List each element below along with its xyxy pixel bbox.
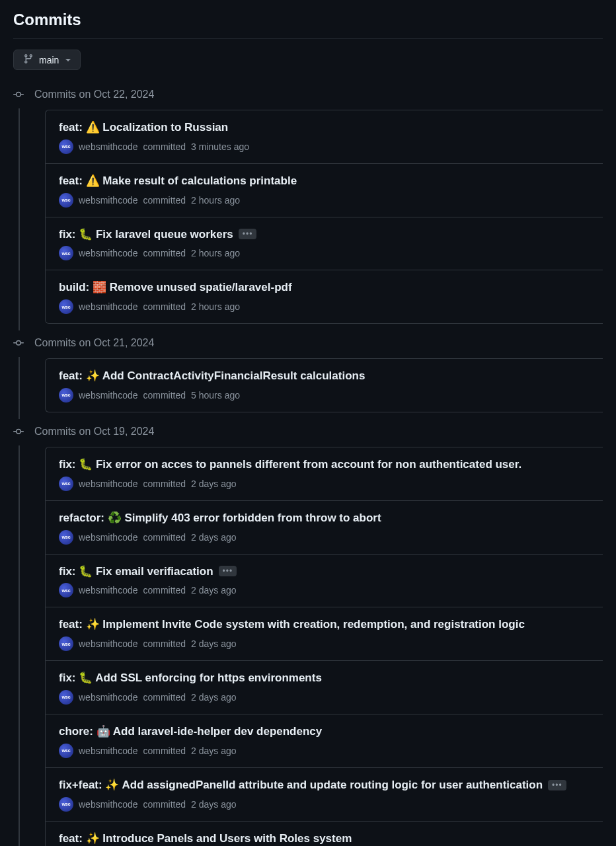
- commit-meta: wscwebsmithcodecommitted2 hours ago: [59, 193, 590, 208]
- author-link[interactable]: websmithcode: [79, 390, 138, 401]
- date-label: Commits on Oct 21, 2024: [34, 337, 154, 349]
- author-link[interactable]: websmithcode: [79, 248, 138, 258]
- commit-title-link[interactable]: feat: ✨ Add ContractActivityFinancialRes…: [59, 368, 365, 384]
- committed-text: committed: [143, 248, 186, 258]
- author-link[interactable]: websmithcode: [79, 799, 138, 810]
- author-avatar[interactable]: wsc: [59, 299, 73, 314]
- commit-title-link[interactable]: fix: 🐛 Add SSL enforcing for https envir…: [59, 670, 322, 686]
- commit-node-icon: [13, 89, 24, 100]
- commit-time: 5 hours ago: [191, 390, 240, 401]
- committed-text: committed: [143, 638, 186, 649]
- author-avatar[interactable]: wsc: [59, 744, 73, 758]
- author-avatar[interactable]: wsc: [59, 583, 73, 597]
- author-avatar[interactable]: wsc: [59, 388, 73, 403]
- commit-title-link[interactable]: fix: 🐛 Fix email verifiacation: [59, 564, 213, 580]
- committed-text: committed: [143, 479, 186, 489]
- commit-time: 2 days ago: [191, 585, 237, 596]
- page-title: Commits: [13, 0, 603, 39]
- commits-list: fix: 🐛 Fix error on acces to pannels dif…: [45, 447, 603, 846]
- branch-selector[interactable]: main: [13, 50, 81, 70]
- commit-node-icon: [13, 338, 24, 348]
- date-label: Commits on Oct 22, 2024: [34, 89, 154, 100]
- author-avatar[interactable]: wsc: [59, 246, 73, 260]
- commit-meta: wscwebsmithcodecommitted2 days ago: [59, 530, 590, 545]
- commits-timeline: Commits on Oct 22, 2024feat: ⚠️ Localiza…: [24, 86, 603, 846]
- committed-text: committed: [143, 195, 186, 206]
- author-link[interactable]: websmithcode: [79, 141, 138, 152]
- timeline-line: [19, 445, 20, 846]
- committed-text: committed: [143, 301, 186, 312]
- commit-node-icon: [13, 426, 24, 437]
- committed-text: committed: [143, 799, 186, 810]
- timeline-line: [19, 357, 20, 419]
- date-label: Commits on Oct 19, 2024: [34, 426, 154, 438]
- commit-meta: wscwebsmithcodecommitted2 days ago: [59, 797, 590, 812]
- commit-item: feat: ⚠️ Make result of calculations pri…: [46, 164, 603, 217]
- commit-title-link[interactable]: fix+feat: ✨ Add assignedPanelId attribut…: [59, 777, 543, 793]
- author-link[interactable]: websmithcode: [79, 585, 138, 596]
- author-avatar[interactable]: wsc: [59, 477, 73, 491]
- commit-time: 2 days ago: [191, 532, 237, 543]
- commit-title-link[interactable]: feat: ✨ Introduce Panels and Users with …: [59, 831, 352, 846]
- author-link[interactable]: websmithcode: [79, 532, 138, 543]
- author-avatar[interactable]: wsc: [59, 690, 73, 705]
- expand-message-button[interactable]: •••: [239, 229, 257, 239]
- date-header: Commits on Oct 22, 2024: [13, 86, 603, 103]
- commit-time: 2 days ago: [191, 638, 237, 649]
- commit-title-link[interactable]: feat: ✨ Implement Invite Code system wit…: [59, 617, 525, 633]
- author-avatar[interactable]: wsc: [59, 636, 73, 651]
- date-group: Commits on Oct 22, 2024feat: ⚠️ Localiza…: [24, 86, 603, 324]
- author-avatar[interactable]: wsc: [59, 193, 73, 208]
- commit-time: 3 minutes ago: [191, 141, 249, 152]
- author-link[interactable]: websmithcode: [79, 692, 138, 703]
- author-link[interactable]: websmithcode: [79, 479, 138, 489]
- commit-item: refactor: ♻️ Simplify 403 error forbidde…: [46, 501, 603, 555]
- commit-item: fix: 🐛 Fix error on acces to pannels dif…: [46, 447, 603, 501]
- commits-list: feat: ✨ Add ContractActivityFinancialRes…: [45, 358, 603, 412]
- commit-item: feat: ✨ Add ContractActivityFinancialRes…: [46, 359, 603, 412]
- author-avatar[interactable]: wsc: [59, 797, 73, 812]
- commit-title-link[interactable]: fix: 🐛 Fix error on acces to pannels dif…: [59, 457, 521, 473]
- author-link[interactable]: websmithcode: [79, 195, 138, 206]
- author-link[interactable]: websmithcode: [79, 746, 138, 756]
- commit-item: feat: ✨ Implement Invite Code system wit…: [46, 607, 603, 661]
- author-avatar[interactable]: wsc: [59, 530, 73, 545]
- commit-item: fix+feat: ✨ Add assignedPanelId attribut…: [46, 768, 603, 822]
- author-link[interactable]: websmithcode: [79, 301, 138, 312]
- commit-title-link[interactable]: chore: 🤖 Add laravel-ide-helper dev depe…: [59, 724, 322, 740]
- commit-time: 2 days ago: [191, 692, 237, 703]
- commit-time: 2 hours ago: [191, 248, 240, 258]
- commit-item: fix: 🐛 Fix email verifiacation•••wscwebs…: [46, 555, 603, 608]
- commits-list: feat: ⚠️ Localization to Russianwscwebsm…: [45, 110, 603, 324]
- committed-text: committed: [143, 746, 186, 756]
- commit-meta: wscwebsmithcodecommitted3 minutes ago: [59, 139, 590, 154]
- commit-meta: wscwebsmithcodecommitted2 days ago: [59, 690, 590, 705]
- timeline-line: [19, 108, 20, 330]
- committed-text: committed: [143, 390, 186, 401]
- commit-meta: wscwebsmithcodecommitted2 days ago: [59, 744, 590, 758]
- commit-item: fix: 🐛 Fix laravel queue workers•••wscwe…: [46, 217, 603, 271]
- commit-time: 2 days ago: [191, 479, 237, 489]
- expand-message-button[interactable]: •••: [219, 566, 237, 576]
- commit-title-link[interactable]: feat: ⚠️ Localization to Russian: [59, 120, 228, 135]
- commit-title-link[interactable]: feat: ⚠️ Make result of calculations pri…: [59, 173, 297, 189]
- commit-title-link[interactable]: fix: 🐛 Fix laravel queue workers: [59, 227, 233, 243]
- commit-item: chore: 🤖 Add laravel-ide-helper dev depe…: [46, 714, 603, 768]
- committed-text: committed: [143, 532, 186, 543]
- commit-time: 2 hours ago: [191, 195, 240, 206]
- committed-text: committed: [143, 141, 186, 152]
- author-link[interactable]: websmithcode: [79, 638, 138, 649]
- committed-text: committed: [143, 585, 186, 596]
- commit-title-link[interactable]: refactor: ♻️ Simplify 403 error forbidde…: [59, 510, 381, 526]
- expand-message-button[interactable]: •••: [548, 780, 566, 790]
- commit-time: 2 days ago: [191, 799, 237, 810]
- commit-meta: wscwebsmithcodecommitted5 hours ago: [59, 388, 590, 403]
- author-avatar[interactable]: wsc: [59, 139, 73, 154]
- date-group: Commits on Oct 19, 2024fix: 🐛 Fix error …: [24, 423, 603, 846]
- commit-time: 2 hours ago: [191, 301, 240, 312]
- commit-item: feat: ✨ Introduce Panels and Users with …: [46, 822, 603, 846]
- commit-meta: wscwebsmithcodecommitted2 days ago: [59, 477, 590, 491]
- git-branch-icon: [23, 54, 34, 66]
- commit-meta: wscwebsmithcodecommitted2 days ago: [59, 583, 590, 597]
- commit-title-link[interactable]: build: 🧱 Remove unused spatie/laravel-pd…: [59, 280, 292, 295]
